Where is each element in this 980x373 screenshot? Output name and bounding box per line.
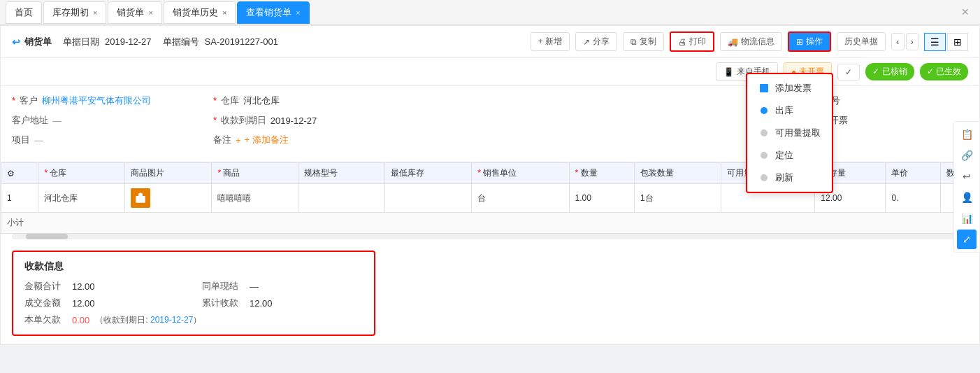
print-icon: 🖨 [678, 37, 686, 47]
payment-title: 收款信息 [24, 260, 363, 273]
customer-field: * 客户 柳州粤港平安气体有限公司 [12, 94, 208, 107]
doc-date-label: 单据日期 2019-12-27 [63, 36, 152, 48]
project-value: — [34, 135, 43, 146]
sidebar-icon-6[interactable]: ⤢ [957, 230, 977, 249]
payment-date-field: * 收款到期日 2019-12-27 [213, 114, 409, 127]
doc-number-label: 单据编号 SA-20191227-001 [163, 36, 279, 48]
payment-row-total: 金额合计 12.00 [24, 280, 185, 293]
sidebar-icon-2[interactable]: 🔗 [957, 146, 977, 165]
doc-header: ↩ 销货单 单据日期 2019-12-27 单据编号 SA-20191227-0… [1, 26, 979, 58]
tab-sales-order[interactable]: 销货单 × [108, 1, 161, 24]
address-field: 客户地址 — [12, 114, 208, 127]
close-tab-sales[interactable]: × [148, 8, 152, 17]
refresh-item[interactable]: 刷新 [747, 167, 832, 189]
row-qty: 1.00 [569, 184, 635, 213]
subtotal-label: 小计 [1, 213, 979, 234]
operations-button[interactable]: ⊞ 操作 [788, 31, 831, 52]
row-product: 嘻嘻嘻嘻 [212, 184, 298, 213]
col-spec: 规格型号 [298, 163, 385, 184]
col-warehouse: * 仓库 [38, 163, 125, 184]
sidebar-icon-5[interactable]: 📊 [957, 209, 977, 228]
payment-section: 收款信息 金额合计 12.00 同单现结 — 成交金额 12.00 累计收款 1… [12, 251, 375, 336]
add-invoice-item[interactable]: 添加发票 [747, 77, 832, 99]
doc-type-icon: ↩ [12, 36, 20, 48]
tab-home[interactable]: 首页 [6, 1, 42, 24]
list-view-button[interactable]: ☰ [924, 33, 946, 51]
new-button[interactable]: + 新增 [531, 32, 570, 51]
prev-button[interactable]: ‹ [891, 33, 904, 50]
truck-icon: 🚚 [728, 37, 738, 47]
horizontal-scrollbar[interactable] [12, 234, 968, 239]
tab-inventory-init[interactable]: 库存期初 × [43, 1, 106, 24]
grid-view-button[interactable]: ⊞ [947, 33, 968, 51]
svg-rect-0 [136, 196, 146, 203]
col-qty: * 数量 [569, 163, 635, 184]
share-button[interactable]: ↗ 分享 [575, 32, 617, 51]
doc-title: ↩ 销货单 [12, 36, 52, 48]
doc-type-label: 销货单 [24, 36, 52, 48]
next-button[interactable]: › [906, 33, 918, 50]
header-actions: + 新增 ↗ 分享 ⧉ 复制 🖨 打印 🚚 物流信息 [531, 31, 968, 52]
window-close-icon[interactable]: × [956, 5, 974, 19]
mobile-icon: 📱 [723, 67, 734, 77]
gear-icon: ⚙ [7, 169, 15, 178]
subtotal-row: 小计 [1, 213, 979, 234]
tab-sales-history[interactable]: 销货单历史 × [164, 1, 236, 24]
row-price: 0. [886, 184, 940, 213]
confirm-button[interactable]: ✓ [837, 64, 860, 80]
row-spec [298, 184, 385, 213]
col-pkg-qty: 包装数量 [635, 163, 721, 184]
payment-row-deal: 成交金额 12.00 [24, 297, 185, 309]
product-image [131, 188, 150, 208]
locate-icon [758, 150, 770, 161]
payment-date-value: 2019-12-27 [271, 115, 317, 126]
col-min-stock: 最低库存 [385, 163, 472, 184]
history-button[interactable]: 历史单据 [837, 32, 886, 51]
right-sidebar: 📋 🔗 ↩ 👤 📊 ⤢ [953, 121, 980, 253]
operations-dropdown: 添加发票 出库 可用量提取 定位 刷新 [746, 73, 833, 193]
row-min-stock [385, 184, 472, 213]
available-extract-item[interactable]: 可用量提取 [747, 122, 832, 144]
checked-status-button[interactable]: ✓ 已核销 [865, 63, 914, 80]
copy-icon: ⧉ [630, 37, 637, 47]
project-field: 项目 — [12, 134, 208, 146]
payment-row-same-settle: 同单现结 — [202, 280, 363, 293]
warehouse-value: 河北仓库 [243, 94, 280, 107]
print-button[interactable]: 🖨 打印 [670, 31, 714, 52]
col-product: * 商品 [212, 163, 298, 184]
warehouse-field: * 仓库 河北仓库 [213, 94, 409, 107]
row-img [125, 184, 212, 213]
grid-icon: ⊞ [796, 37, 803, 47]
check-icon: ✓ [845, 67, 852, 77]
col-unit: * 销售单位 [472, 163, 569, 184]
row-num: 1 [1, 184, 38, 213]
customer-value[interactable]: 柳州粤港平安气体有限公司 [42, 94, 151, 107]
add-note-button[interactable]: + + 添加备注 [236, 134, 289, 146]
sidebar-icon-1[interactable]: 📋 [957, 125, 977, 144]
row-warehouse: 河北仓库 [38, 184, 125, 213]
logistics-button[interactable]: 🚚 物流信息 [720, 32, 782, 51]
address-value: — [52, 115, 62, 126]
close-tab-inventory[interactable]: × [93, 8, 97, 17]
row-unit: 台 [472, 184, 569, 213]
copy-button[interactable]: ⧉ 复制 [623, 32, 664, 51]
nav-arrows: ‹ › [891, 33, 918, 50]
outbound-item[interactable]: 出库 [747, 99, 832, 122]
view-toggle: ☰ ⊞ [924, 33, 968, 51]
close-tab-view[interactable]: × [296, 8, 300, 17]
col-product-img: 商品图片 [125, 163, 212, 184]
close-tab-history[interactable]: × [222, 8, 226, 17]
add-invoice-icon [758, 83, 770, 94]
tab-bar: 首页 库存期初 × 销货单 × 销货单历史 × 查看销货单 × × [0, 0, 980, 25]
tab-view-sales[interactable]: 查看销货单 × [237, 1, 309, 24]
refresh-icon [758, 172, 770, 183]
locate-item[interactable]: 定位 [747, 144, 832, 167]
tab-bar-right-close: × [956, 5, 974, 20]
row-pkg-qty: 1台 [635, 184, 721, 213]
scrollbar-thumb[interactable] [26, 234, 68, 239]
note-field: 备注 + + 添加备注 [213, 134, 409, 146]
sidebar-icon-4[interactable]: 👤 [957, 188, 977, 207]
available-icon [758, 127, 770, 139]
sidebar-icon-3[interactable]: ↩ [957, 167, 977, 186]
effective-status-button[interactable]: ✓ 已生效 [920, 63, 968, 80]
